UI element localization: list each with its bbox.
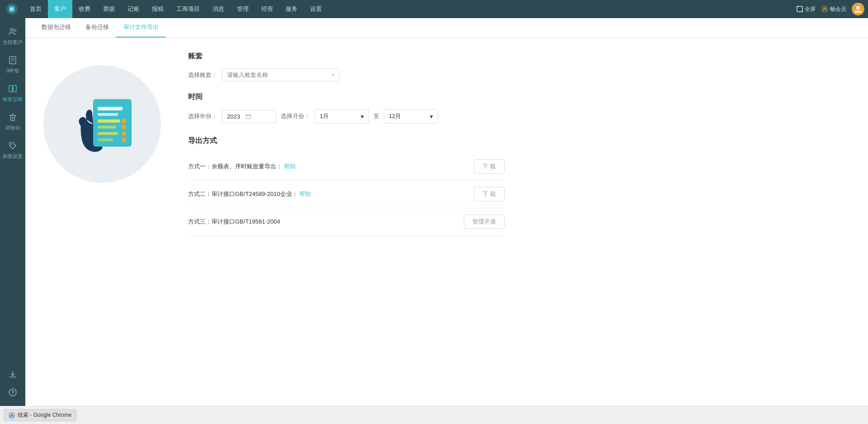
- chevron-down-icon-month-end: ▾: [430, 113, 433, 120]
- export-method-1-label: 方式一：余额表、序时账批量导出： 帮助: [188, 162, 468, 171]
- account-search-field[interactable]: [227, 71, 328, 78]
- nav-home[interactable]: 首页: [24, 0, 48, 18]
- chevron-down-icon-month-start: ▾: [361, 113, 364, 120]
- audit-illustration: [57, 74, 147, 174]
- svg-rect-2: [821, 6, 828, 12]
- nav-customer[interactable]: 客户: [48, 0, 72, 18]
- nav-tax[interactable]: 报税: [146, 0, 170, 18]
- svg-rect-21: [98, 138, 113, 141]
- svg-point-9: [11, 144, 12, 145]
- account-select-input[interactable]: ▾: [222, 68, 340, 81]
- nav-manage[interactable]: 管理: [231, 0, 255, 18]
- tag-icon: [7, 140, 18, 151]
- account-section-title: 账套: [188, 52, 505, 61]
- fullscreen-label: 全屏: [805, 5, 816, 13]
- export-method-1-help-link[interactable]: 帮助: [284, 163, 296, 170]
- sidebar-label-tag: 标签设置: [3, 153, 23, 160]
- export-method-2-help-link[interactable]: 帮助: [299, 191, 311, 197]
- svg-point-3: [856, 6, 860, 10]
- tab-bar: 数据包迁移 备份迁移 审计文件导出: [25, 18, 868, 38]
- export-method-2-label: 方式二：审计接口GB/T24589-2010企业： 帮助: [188, 190, 468, 198]
- export-method-1: 方式一：余额表、序时账批量导出： 帮助 下 载: [188, 153, 505, 181]
- chevron-down-icon: ▾: [332, 72, 335, 78]
- svg-point-20: [122, 131, 126, 136]
- time-select-row: 选择年份： 2023 选择月份： 1月 ▾ 至: [188, 109, 505, 124]
- top-navigation: 首页 客户 收费 票据 记账 报税 工商项目 消息 管理 经营 服务 设置 全屏…: [0, 0, 868, 18]
- nav-message[interactable]: 消息: [206, 0, 231, 18]
- svg-rect-19: [98, 132, 118, 135]
- taskbar-chrome-label: 线索 - Google Chrome: [18, 411, 71, 419]
- svg-point-18: [122, 125, 126, 129]
- member-label: 畅会员: [830, 5, 846, 13]
- sidebar-item-zero-report[interactable]: 0申报: [0, 50, 25, 79]
- taskbar-chrome-item[interactable]: 线索 - Google Chrome: [4, 409, 76, 421]
- nav-right-area: 全屏 畅会员: [797, 3, 864, 15]
- fullscreen-button[interactable]: 全屏: [797, 5, 816, 13]
- month-start-select[interactable]: 1月 ▾: [315, 109, 369, 124]
- svg-rect-23: [246, 114, 250, 119]
- tab-data-migrate[interactable]: 数据包迁移: [34, 18, 78, 38]
- sidebar: 全部客户 0申报 账套迁移: [0, 18, 25, 406]
- svg-rect-1: [797, 6, 802, 12]
- sidebar-download-icon[interactable]: [0, 366, 25, 382]
- sidebar-label-zero-report: 0申报: [6, 67, 19, 74]
- app-logo[interactable]: [4, 1, 20, 17]
- export-method-section: 导出方式 方式一：余额表、序时账批量导出： 帮助 下 载 方式二：审计接口GB/…: [188, 136, 505, 236]
- form-area: 账套 选择账套： ▾ 时间 选择年份： 2023: [188, 52, 505, 392]
- sidebar-item-tag[interactable]: 标签设置: [0, 136, 25, 164]
- sidebar-item-all-customers[interactable]: 全部客户: [0, 22, 25, 50]
- sidebar-item-migrate[interactable]: 账套迁移: [0, 79, 25, 107]
- year-select[interactable]: 2023: [222, 110, 276, 123]
- sidebar-item-recycle[interactable]: 回收站: [0, 107, 25, 136]
- nav-business[interactable]: 工商项目: [170, 0, 206, 18]
- month-label: 选择月份：: [281, 112, 310, 120]
- user-avatar[interactable]: [852, 3, 864, 15]
- to-separator: 至: [373, 112, 379, 120]
- main-layout: 全部客户 0申报 账套迁移: [0, 18, 868, 406]
- svg-point-5: [14, 29, 16, 32]
- illustration-area: [43, 52, 161, 392]
- sidebar-help-icon[interactable]: [0, 384, 25, 400]
- svg-point-22: [122, 138, 126, 142]
- sidebar-label-recycle: 回收站: [5, 124, 20, 131]
- month-end-select[interactable]: 12月 ▾: [384, 109, 438, 124]
- taskbar: 线索 - Google Chrome: [0, 406, 868, 424]
- export-method-3-unlock-button[interactable]: 暂缓开通: [464, 214, 505, 229]
- export-method-1-download-button[interactable]: 下 载: [474, 159, 505, 174]
- sidebar-label-all-customers: 全部客户: [3, 39, 23, 46]
- svg-point-11: [12, 394, 13, 395]
- svg-rect-15: [98, 119, 120, 123]
- month-start-value: 1月: [320, 112, 329, 120]
- nav-invoice[interactable]: 票据: [97, 0, 121, 18]
- nav-settings[interactable]: 设置: [304, 0, 328, 18]
- export-section-title: 导出方式: [188, 136, 505, 146]
- sidebar-label-migrate: 账套迁移: [3, 96, 23, 103]
- month-end-value: 12月: [389, 112, 401, 120]
- svg-rect-13: [98, 107, 123, 110]
- export-method-3: 方式三：审计接口GB/T19581-2004 暂缓开通: [188, 208, 505, 236]
- nav-service[interactable]: 服务: [279, 0, 304, 18]
- export-method-3-label: 方式三：审计接口GB/T19581-2004: [188, 218, 458, 226]
- nav-billing[interactable]: 收费: [72, 0, 97, 18]
- account-select-label: 选择账套：: [188, 71, 217, 79]
- trash-icon: [7, 112, 18, 123]
- zero-icon: [7, 55, 18, 66]
- account-select-row: 选择账套： ▾: [188, 68, 505, 81]
- tab-audit-export[interactable]: 审计文件导出: [116, 18, 166, 38]
- nav-menu: 首页 客户 收费 票据 记账 报税 工商项目 消息 管理 经营 服务 设置: [24, 0, 797, 18]
- member-button[interactable]: 畅会员: [821, 5, 846, 13]
- migrate-icon: [7, 83, 18, 94]
- year-value: 2023: [227, 113, 240, 120]
- svg-point-4: [10, 29, 13, 31]
- time-section-title: 时间: [188, 92, 505, 102]
- nav-operation[interactable]: 经营: [255, 0, 279, 18]
- nav-accounting[interactable]: 记账: [121, 0, 146, 18]
- svg-rect-14: [98, 113, 118, 116]
- chrome-icon: [9, 412, 15, 419]
- illustration-circle: [43, 65, 161, 183]
- export-method-2-download-button[interactable]: 下 载: [474, 187, 505, 201]
- page-content: 账套 选择账套： ▾ 时间 选择年份： 2023: [25, 38, 868, 406]
- tab-backup-migrate[interactable]: 备份迁移: [78, 18, 116, 38]
- svg-rect-7: [9, 86, 12, 92]
- sidebar-bottom: [0, 366, 25, 406]
